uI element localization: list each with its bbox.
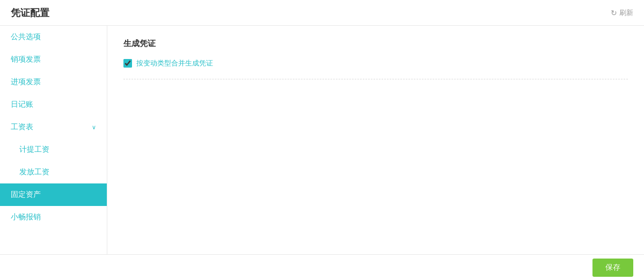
sidebar-item-pay-salary[interactable]: 发放工资: [0, 161, 107, 183]
main-content: 生成凭证 按变动类型合并生成凭证: [107, 26, 644, 254]
sidebar-item-label: 进项发票: [11, 77, 41, 87]
sidebar-item-label: 销项发票: [11, 55, 41, 64]
sidebar-item-label: 发放工资: [19, 167, 49, 177]
sidebar-item-public[interactable]: 公共选项: [0, 26, 107, 48]
layout: 公共选项 销项发票 进项发票 日记账 工资表 ∨ 计提工资 发放工资 固定资产 …: [0, 26, 644, 254]
refresh-button[interactable]: ↻ 刷新: [611, 8, 633, 18]
sidebar-item-label: 公共选项: [11, 32, 41, 42]
checkbox-label[interactable]: 按变动类型合并生成凭证: [136, 58, 213, 68]
sidebar-item-sales-invoice[interactable]: 销项发票: [0, 48, 107, 71]
refresh-icon: ↻: [611, 9, 617, 17]
header: 凭证配置 ↻ 刷新: [0, 0, 644, 26]
sidebar-item-label: 日记账: [11, 100, 33, 109]
merge-by-type-checkbox[interactable]: [123, 59, 132, 68]
sidebar: 公共选项 销项发票 进项发票 日记账 工资表 ∨ 计提工资 发放工资 固定资产 …: [0, 26, 107, 254]
checkbox-row: 按变动类型合并生成凭证: [123, 58, 628, 68]
sidebar-item-journal[interactable]: 日记账: [0, 93, 107, 116]
sidebar-item-label: 工资表: [11, 122, 33, 132]
chevron-down-icon: ∨: [92, 124, 96, 131]
sidebar-item-payroll[interactable]: 工资表 ∨: [0, 116, 107, 138]
footer: 保存: [0, 254, 644, 280]
sidebar-item-calc-salary[interactable]: 计提工资: [0, 138, 107, 161]
sidebar-item-label: 计提工资: [19, 145, 49, 154]
save-button[interactable]: 保存: [592, 259, 633, 277]
section-title: 生成凭证: [123, 39, 628, 49]
refresh-label: 刷新: [619, 8, 633, 18]
sidebar-item-expense[interactable]: 小畅报销: [0, 206, 107, 229]
sidebar-item-purchase-invoice[interactable]: 进项发票: [0, 71, 107, 93]
divider: [123, 79, 628, 79]
sidebar-item-label: 小畅报销: [11, 212, 41, 222]
sidebar-item-label: 固定资产: [11, 190, 41, 200]
sidebar-item-fixed-assets[interactable]: 固定资产: [0, 183, 107, 206]
page-title: 凭证配置: [11, 6, 49, 19]
